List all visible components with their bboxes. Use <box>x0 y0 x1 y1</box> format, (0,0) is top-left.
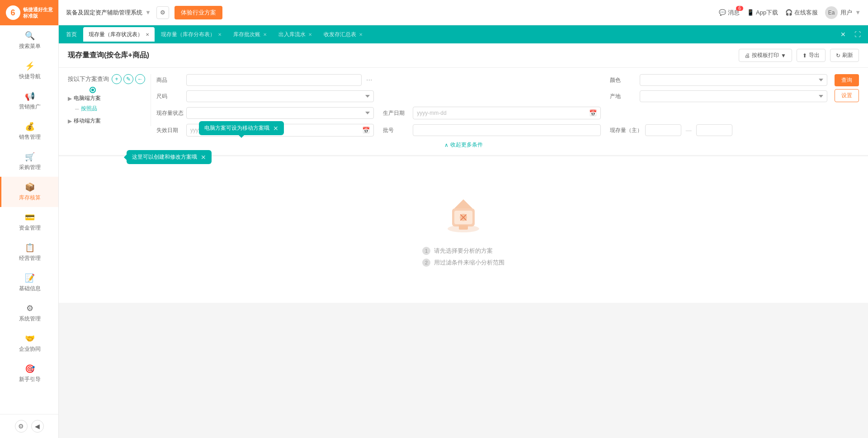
plan-header: 按以下方案查询 + ✎ ← <box>68 74 145 84</box>
sidebar-item-label-basic: 基础信息 <box>19 285 41 292</box>
plan-tooltip-text: 电脑方案可设为移动方案哦 <box>204 124 269 132</box>
plan-tree-item-product[interactable]: ─ 按照品 <box>75 104 145 114</box>
sidebar-bottom: ⚙ ◀ <box>0 414 58 438</box>
plan-tree-item-mobile[interactable]: ▶ 移动端方案 <box>68 116 145 126</box>
basic-icon: 📝 <box>25 273 35 283</box>
export-icon: ⬆ <box>802 52 807 59</box>
sidebar-item-enterprise[interactable]: 🤝 企业协同 <box>0 328 58 358</box>
message-badge: 6 <box>736 6 743 11</box>
tab-close-collect-summary[interactable]: ✕ <box>359 32 363 37</box>
tab-collect-summary[interactable]: 收发存汇总表✕ <box>318 27 368 42</box>
sidebar-item-label-guide: 新手引导 <box>19 376 41 383</box>
edit-tooltip-bubble: 这里可以创建和修改方案哦 ✕ <box>127 150 212 164</box>
tab-close-inventory-dist[interactable]: ✕ <box>218 32 222 37</box>
search-btn[interactable]: 查询 <box>835 74 859 86</box>
product-dots[interactable]: ··· <box>364 76 374 84</box>
field-stock-main: 现存量（主） — <box>610 124 827 137</box>
sidebar-item-quick-nav[interactable]: ⚡ 快捷导航 <box>0 56 58 86</box>
stock-main-to-input[interactable] <box>696 124 732 136</box>
prod-date-input[interactable]: yyyy-mm-dd 📅 <box>413 107 600 119</box>
field-origin: 产地 <box>610 90 827 102</box>
inventory-icon: 📦 <box>25 182 35 192</box>
tab-label-inventory-dist: 现存量（库存分布表） <box>161 31 215 38</box>
guide-icon: 🎯 <box>25 364 35 374</box>
chevron-up-icon: ∧ <box>444 142 448 148</box>
plan-section: 按以下方案查询 + ✎ ← ▶ 电脑端方案 <box>68 74 151 126</box>
plan-controls: + ✎ ← <box>112 74 145 84</box>
field-stock-status: 现存量状态 <box>156 107 374 119</box>
sidebar-item-inventory[interactable]: 📦 库存核算 <box>0 177 58 207</box>
tab-home[interactable]: 首页 <box>61 27 82 42</box>
sidebar-item-label-marketing: 营销推广 <box>19 103 41 111</box>
settings-gear-btn[interactable]: ⚙ <box>156 6 169 19</box>
empty-state: 1 请先选择要分析的方案 2 用过滤条件来缩小分析范围 <box>59 156 868 303</box>
field-product: 商品 ··· <box>156 74 374 86</box>
sidebar-item-finance[interactable]: 💳 资金管理 <box>0 207 58 237</box>
tab-expand-btn[interactable]: ⛶ <box>852 28 863 40</box>
refresh-icon: ↻ <box>836 52 840 59</box>
sidebar-item-search[interactable]: 🔍 搜索菜单 <box>0 25 58 56</box>
app-download-btn[interactable]: 📱 App下载 <box>747 9 778 17</box>
empty-illustration <box>441 193 486 238</box>
batch-input[interactable] <box>413 124 600 136</box>
setting-btn[interactable]: 设置 <box>835 89 859 102</box>
field-prod-date: 生产日期 yyyy-mm-dd 📅 <box>383 107 600 119</box>
back-plan-btn[interactable]: ← <box>135 74 145 84</box>
tab-close-inventory-status[interactable]: ✕ <box>146 32 149 37</box>
plan-tooltip-close[interactable]: ✕ <box>273 125 278 132</box>
tab-bar-end: ✕ ⛶ <box>837 28 866 40</box>
origin-select[interactable] <box>640 90 827 102</box>
sidebar-item-label-search: 搜索菜单 <box>19 42 41 50</box>
quick-nav-icon: ⚡ <box>25 61 35 71</box>
tab-close-in-out-flow[interactable]: ✕ <box>308 32 312 37</box>
sidebar-collapse-btn[interactable]: ◀ <box>31 420 44 433</box>
tip-num-1: 1 <box>422 247 430 255</box>
sidebar-item-marketing[interactable]: 📢 营销推广 <box>0 86 58 116</box>
edit-tooltip-close[interactable]: ✕ <box>201 154 206 161</box>
tab-label-in-out-flow: 出入库流水 <box>278 31 306 38</box>
sidebar-item-guide[interactable]: 🎯 新手引导 <box>0 358 58 389</box>
export-btn[interactable]: ⬆ 导出 <box>797 49 826 62</box>
tab-close-all-btn[interactable]: ✕ <box>837 28 849 40</box>
sidebar-item-purchase[interactable]: 🛒 采购管理 <box>0 146 58 177</box>
sidebar-item-basic[interactable]: 📝 基础信息 <box>0 268 58 298</box>
system-name: 装备及固定资产辅助管理系统 ▼ <box>66 9 151 17</box>
stock-main-from-input[interactable] <box>645 124 681 136</box>
refresh-btn[interactable]: ↻ 刷新 <box>830 49 859 62</box>
page-header: 现存量查询(按仓库+商品) 🖨 按模板打印 ▼ ⬆ 导出 ↻ 刷新 <box>59 43 868 68</box>
sidebar-item-operation[interactable]: 📋 经营管理 <box>0 237 58 268</box>
product-input[interactable] <box>186 74 362 86</box>
sidebar-item-system[interactable]: ⚙ 系统管理 <box>0 298 58 328</box>
print-btn[interactable]: 🖨 按模板打印 ▼ <box>739 49 792 62</box>
online-support-btn[interactable]: 🎧 在线客服 <box>785 9 818 17</box>
sidebar-item-label-operation: 经营管理 <box>19 254 41 262</box>
tip-num-2: 2 <box>422 259 430 267</box>
avatar-circle: Ea <box>825 6 838 19</box>
message-icon: 💬 <box>719 9 726 16</box>
user-avatar[interactable]: Ea 用户 ▼ <box>825 6 861 19</box>
tab-batch-ledger[interactable]: 库存批次账✕ <box>228 27 272 42</box>
sidebar-item-label-purchase: 采购管理 <box>19 164 41 171</box>
add-plan-btn[interactable]: + <box>112 74 122 84</box>
sidebar-settings-btn[interactable]: ⚙ <box>15 420 28 433</box>
sidebar-item-label-enterprise: 企业协同 <box>19 345 41 353</box>
sidebar-item-sales[interactable]: 💰 销售管理 <box>0 116 58 146</box>
main-content: 装备及固定资产辅助管理系统 ▼ ⚙ 体验行业方案 💬 消息 6 📱 App下载 … <box>59 0 868 438</box>
collapse-btn[interactable]: ∧ 收起更多条件 <box>444 141 483 149</box>
page-header-actions: 🖨 按模板打印 ▼ ⬆ 导出 ↻ 刷新 <box>739 49 859 62</box>
tab-inventory-status[interactable]: 现存量（库存状况表）✕ <box>83 27 155 42</box>
tab-close-batch-ledger[interactable]: ✕ <box>263 32 267 37</box>
tab-inventory-dist[interactable]: 现存量（库存分布表）✕ <box>156 27 227 42</box>
system-dropdown-icon[interactable]: ▼ <box>145 9 151 16</box>
edit-plan-btn[interactable]: ✎ <box>123 74 133 84</box>
message-btn[interactable]: 💬 消息 6 <box>719 9 740 17</box>
size-select[interactable] <box>186 90 374 102</box>
printer-icon: 🖨 <box>745 52 750 59</box>
tab-in-out-flow[interactable]: 出入库流水✕ <box>273 27 317 42</box>
plan-tree-item-desktop[interactable]: ▶ 电脑端方案 <box>68 93 145 104</box>
header: 装备及固定资产辅助管理系统 ▼ ⚙ 体验行业方案 💬 消息 6 📱 App下载 … <box>59 0 868 25</box>
trial-btn[interactable]: 体验行业方案 <box>175 6 222 19</box>
enterprise-icon: 🤝 <box>25 334 35 344</box>
stock-status-select[interactable] <box>186 107 374 119</box>
color-select[interactable] <box>640 74 827 86</box>
